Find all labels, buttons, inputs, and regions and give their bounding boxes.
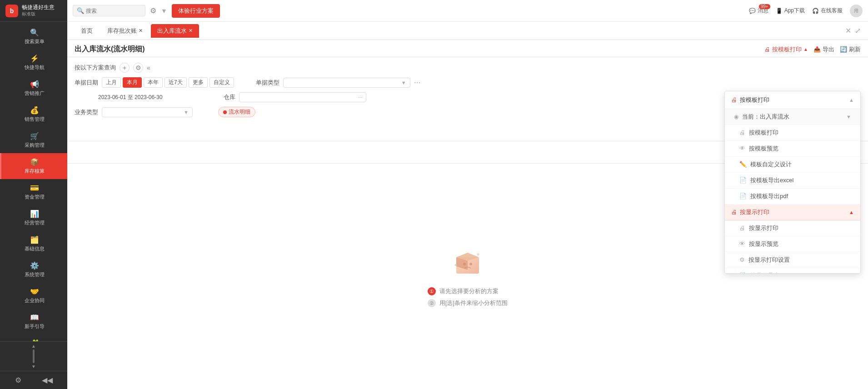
search-input[interactable]: [86, 8, 131, 14]
date-filter-options: 上月 本月 本年 近7天 更多 自定义: [102, 77, 234, 88]
quick-nav-icon: ⚡: [30, 54, 39, 63]
sidebar-nav: 🔍 搜索菜单 ⚡ 快捷导航 📢 营销推广 💰 销售管理 🛒 采购管理 📦 库存核…: [0, 22, 67, 341]
sidebar-settings-icon[interactable]: ⚙: [15, 376, 21, 384]
date-last-month[interactable]: 上月: [102, 77, 121, 88]
tab-flow-close[interactable]: ✕: [189, 28, 193, 34]
filter-settings-button[interactable]: ⚙: [133, 63, 143, 73]
dropdown-template-print[interactable]: 🖨 按模板打印: [725, 125, 860, 141]
sidebar-collapse-icon[interactable]: ◀◀: [42, 376, 53, 384]
tab-close-all-icon[interactable]: ✕: [845, 26, 851, 35]
dropdown-template-export-excel[interactable]: 📄 按模板导出excel: [725, 173, 860, 189]
date-current-month[interactable]: 本月: [123, 77, 142, 88]
dropdown-display-print[interactable]: 🖨 按显示打印: [725, 220, 860, 236]
empty-steps: ① 请先选择要分析的方案 ② 用[选]条件来缩小分析范围: [428, 285, 508, 309]
biz-type-filter-field: 业务类型 ▼: [75, 107, 193, 117]
dropdown-current-item[interactable]: ◉ 当前：出入库流水 ▼: [725, 109, 860, 125]
dropdown-display-preview[interactable]: 👁 按显示预览: [725, 236, 860, 252]
sidebar-item-inventory[interactable]: 📦 库存核算: [0, 153, 67, 179]
date-current-year[interactable]: 本年: [144, 77, 163, 88]
display-print-label: 按显示打印: [749, 224, 778, 232]
display-section-icon: 🖨: [731, 209, 737, 215]
date-custom[interactable]: 自定义: [210, 77, 234, 88]
export-btn[interactable]: 📤 导出: [813, 45, 834, 54]
tab-home[interactable]: 首页: [75, 24, 99, 38]
sidebar-item-purchase[interactable]: 🛒 采购管理: [0, 127, 67, 153]
topbar-app-download[interactable]: 📱 App下载: [776, 7, 805, 15]
date-filter-field: 单据日期 上月 本月 本年 近7天 更多 自定义: [75, 77, 234, 88]
sidebar-item-marketing[interactable]: 📢 营销推广: [0, 75, 67, 101]
search-icon: 🔍: [77, 7, 84, 14]
sidebar-item-sales[interactable]: 💰 销售管理: [0, 101, 67, 127]
date-more[interactable]: 更多: [189, 77, 208, 88]
trial-btn[interactable]: 体验行业方案: [172, 4, 220, 18]
step-2-text: 用[选]条件来缩小分析范围: [439, 299, 508, 306]
step-1-text: 请先选择要分析的方案: [439, 288, 499, 294]
dropdown-template-export-pdf[interactable]: 📄 按模板导出pdf: [725, 189, 860, 204]
scroll-up-arrow[interactable]: ▲: [31, 344, 36, 349]
search-icon: 🔍: [30, 28, 39, 37]
date-label: 单据日期: [75, 79, 98, 87]
topbar-customer-service[interactable]: 🎧 在线客服: [812, 7, 843, 15]
sidebar-item-basic[interactable]: 🗂️ 基础信息: [0, 231, 67, 257]
dropdown-template-preview[interactable]: 👁 按模板预览: [725, 141, 860, 157]
basic-icon: 🗂️: [30, 235, 39, 244]
dropdown-header: 🖨 按模板打印 ▲: [725, 91, 860, 109]
print-icon: 🖨: [764, 46, 770, 53]
sidebar-item-label: 销售管理: [25, 116, 45, 123]
tab-batch-close[interactable]: ✕: [139, 28, 143, 34]
chip-label: 流水明细: [229, 108, 250, 116]
svg-text:✦: ✦: [476, 251, 480, 258]
print-template-label: 按模板打印: [772, 45, 802, 54]
collab-icon: 🤝: [30, 287, 39, 296]
page-header: 出入库流水(流水明细) 🖨 按模板打印 ▲ 📤 导出 🔄 刷新: [67, 40, 868, 57]
main-area: 🔍 ⚙ ▼ 体验行业方案 💬 99+ 消息 📱 App下载 🎧 在线客服 用: [67, 0, 868, 389]
dropdown-template-custom[interactable]: ✏️ 模板自定义设计: [725, 157, 860, 173]
user-avatar[interactable]: 用: [850, 5, 863, 17]
print-expand-icon[interactable]: ▲: [803, 47, 808, 52]
sidebar-item-collab[interactable]: 🤝 企业协同: [0, 283, 67, 309]
sidebar-item-label: 采购管理: [25, 142, 45, 149]
biz-type-select[interactable]: ▼: [102, 107, 193, 117]
topbar-search-box[interactable]: 🔍: [73, 5, 145, 16]
sidebar-item-label: 经营管理: [25, 219, 45, 226]
inventory-icon: 📦: [30, 158, 39, 166]
doc-type-select[interactable]: ▼: [283, 78, 410, 88]
logo-sub: 标准版: [22, 11, 55, 17]
sidebar-item-apps[interactable]: 🧩 应用中心: [0, 334, 67, 341]
dropdown-display-section[interactable]: 🖨 按显示打印 ▲: [725, 204, 860, 220]
warehouse-select[interactable]: ···: [239, 92, 366, 102]
tab-expand-icon[interactable]: ⤢: [855, 26, 861, 35]
display-excel-icon: 📄: [739, 272, 747, 273]
message-icon: 💬: [749, 8, 756, 14]
display-section-arrow[interactable]: ▲: [849, 209, 854, 215]
sidebar-item-system[interactable]: ⚙️ 系统管理: [0, 257, 67, 283]
step-1-num: ①: [428, 287, 436, 295]
topbar-dropdown-icon[interactable]: ▼: [161, 7, 167, 15]
message-count-badge: 99+: [759, 4, 770, 9]
sidebar-item-label: 快捷导航: [25, 64, 45, 71]
refresh-btn[interactable]: 🔄 刷新: [840, 45, 861, 54]
dropdown-collapse-icon[interactable]: ▲: [849, 97, 854, 103]
headset-icon: 🎧: [812, 8, 819, 14]
doc-type-arrow: ▼: [401, 80, 406, 85]
tab-batch[interactable]: 库存批次账 ✕: [101, 24, 149, 38]
dropdown-display-print-settings[interactable]: ⚙ 按显示打印设置: [725, 252, 860, 268]
step-2-num: ②: [428, 299, 436, 307]
sidebar-item-search[interactable]: 🔍 搜索菜单: [0, 24, 67, 50]
sidebar-item-quick-nav[interactable]: ⚡ 快捷导航: [0, 50, 67, 75]
tab-flow[interactable]: 出入库流水 ✕: [151, 24, 199, 38]
topbar-settings-icon[interactable]: ⚙: [150, 6, 156, 15]
print-template-btn[interactable]: 🖨 按模板打印 ▲: [764, 45, 808, 54]
sidebar-item-guide[interactable]: 📖 新手引导: [0, 309, 67, 334]
sidebar-item-operation[interactable]: 📊 经营管理: [0, 205, 67, 231]
warehouse-arrow: ···: [358, 95, 362, 100]
template-excel-icon: 📄: [739, 177, 747, 184]
filter-add-button[interactable]: +: [120, 63, 130, 73]
sidebar-item-finance[interactable]: 💳 资金管理: [0, 179, 67, 205]
doc-type-more-icon[interactable]: ···: [414, 78, 421, 87]
scroll-down-arrow[interactable]: ▼: [31, 364, 36, 369]
dropdown-display-export-excel[interactable]: 📄 按显示导出excel: [725, 268, 860, 273]
topbar-message[interactable]: 💬 99+ 消息: [749, 7, 768, 15]
filter-collapse-button[interactable]: «: [147, 64, 150, 71]
date-last-7[interactable]: 近7天: [165, 77, 187, 88]
